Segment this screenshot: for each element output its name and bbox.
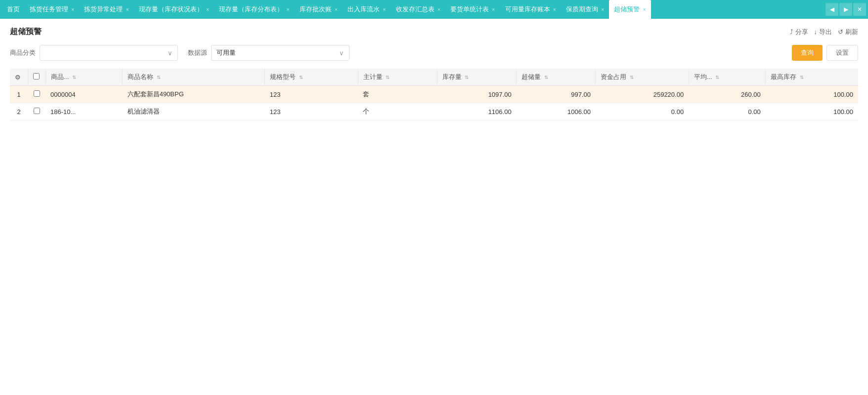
filter-area: 商品分类 ∨ 数据源 可用量 ∨ 查询 设置 <box>10 45 858 61</box>
sort-overstock-icon: ⇅ <box>544 75 548 80</box>
filter-actions: 查询 设置 <box>792 45 858 61</box>
row-checkbox[interactable] <box>34 90 40 97</box>
main-content: 超储预警 ⤴ 分享 ↓ 导出 ↺ 刷新 商品分类 ∨ 数据源 <box>0 19 868 395</box>
datasource-label: 数据源 <box>188 48 207 57</box>
export-button[interactable]: ↓ 导出 <box>814 28 832 37</box>
header-actions: ⤴ 分享 ↓ 导出 ↺ 刷新 <box>790 28 859 37</box>
refresh-button[interactable]: ↺ 刷新 <box>838 28 858 37</box>
th-code[interactable]: 商品... ⇅ <box>45 69 123 86</box>
data-table: ⚙ 商品... ⇅ 商品名称 ⇅ 规格型号 ⇅ 主计量 <box>10 69 858 120</box>
cell-spec: 123 <box>265 86 358 103</box>
page-header: 超储预警 ⤴ 分享 ↓ 导出 ↺ 刷新 <box>10 27 858 37</box>
category-select[interactable]: ∨ <box>40 45 178 61</box>
nav-home[interactable]: 首页 <box>2 0 25 19</box>
sort-spec-icon: ⇅ <box>299 75 303 80</box>
nav-close-available-book[interactable]: × <box>553 6 556 12</box>
table-body: 1 0000004 六配套新昌490BPG 123 套 1097.00 997.… <box>10 86 858 120</box>
table-header: ⚙ 商品... ⇅ 商品名称 ⇅ 规格型号 ⇅ 主计量 <box>10 69 858 86</box>
datasource-value: 可用量 <box>217 48 236 57</box>
share-button[interactable]: ⤴ 分享 <box>790 28 808 37</box>
nav-prev-arrow[interactable]: ◀ <box>825 3 838 16</box>
cell-overstock: 1006.00 <box>517 103 596 120</box>
nav-close-inout-flow[interactable]: × <box>383 6 386 12</box>
nav-receive-summary[interactable]: 收发存汇总表 × <box>391 0 445 19</box>
th-checkbox <box>28 69 45 86</box>
nav-available-book[interactable]: 可用量库存账本 × <box>500 0 561 19</box>
nav-close-overstock-warning[interactable]: × <box>643 6 646 12</box>
select-all-checkbox[interactable] <box>33 73 40 79</box>
sort-avg-icon: ⇅ <box>715 75 719 80</box>
cell-checkbox[interactable] <box>28 103 45 120</box>
cell-capital: 259220.00 <box>596 86 689 103</box>
th-settings[interactable]: ⚙ <box>10 69 28 86</box>
th-capital[interactable]: 资金占用 ⇅ <box>596 69 689 86</box>
cell-num: 1 <box>10 86 28 103</box>
category-chevron-icon: ∨ <box>168 49 173 57</box>
cell-spec: 123 <box>265 103 358 120</box>
nav-close-receive-summary[interactable]: × <box>437 6 440 12</box>
nav-arrow-group: ◀ ▶ ✕ <box>825 3 866 16</box>
sort-stock-icon: ⇅ <box>465 75 469 80</box>
datasource-select[interactable]: 可用量 ∨ <box>211 45 349 61</box>
nav-quality-expiry[interactable]: 保质期查询 × <box>561 0 609 19</box>
nav-stock-status[interactable]: 现存量（库存状况表） × <box>134 0 214 19</box>
sort-capital-icon: ⇅ <box>630 75 634 80</box>
th-stock[interactable]: 库存量 ⇅ <box>437 69 516 86</box>
nav-next-arrow[interactable]: ▶ <box>839 3 852 16</box>
cell-checkbox[interactable] <box>28 86 45 103</box>
th-spec[interactable]: 规格型号 ⇅ <box>265 69 358 86</box>
row-checkbox[interactable] <box>34 108 40 114</box>
nav-close-batch-account[interactable]: × <box>335 6 338 12</box>
nav-inout-flow[interactable]: 出入库流水 × <box>343 0 391 19</box>
cell-overstock: 997.00 <box>517 86 596 103</box>
th-avg[interactable]: 平均... ⇅ <box>689 69 766 86</box>
export-icon: ↓ <box>814 28 818 36</box>
nav-close-all[interactable]: ✕ <box>853 3 866 16</box>
nav-close-order-stats[interactable]: × <box>492 6 495 12</box>
category-filter: 商品分类 ∨ <box>10 45 178 61</box>
table-row: 2 186-10... 机油滤清器 123 个 1106.00 1006.00 … <box>10 103 858 120</box>
datasource-chevron-icon: ∨ <box>339 49 344 57</box>
nav-pick-task[interactable]: 拣货任务管理 × <box>25 0 79 19</box>
nav-close-stock-status[interactable]: × <box>206 6 209 12</box>
cell-unit: 套 <box>358 86 437 103</box>
cell-name: 机油滤清器 <box>123 103 265 120</box>
top-navigation: 首页 拣货任务管理 × 拣货异常处理 × 现存量（库存状况表） × 现存量（库存… <box>0 0 868 19</box>
cell-stock: 1106.00 <box>437 103 516 120</box>
page-title: 超储预警 <box>10 27 42 37</box>
cell-avg: 260.00 <box>689 86 766 103</box>
refresh-icon: ↺ <box>838 28 843 36</box>
nav-close-quality-expiry[interactable]: × <box>601 6 604 12</box>
nav-overstock-warning[interactable]: 超储预警 × <box>609 0 651 19</box>
sort-code-icon: ⇅ <box>72 75 76 80</box>
datasource-filter: 数据源 可用量 ∨ <box>188 45 349 61</box>
nav-close-stock-dist[interactable]: × <box>286 6 289 12</box>
nav-close-pick-task[interactable]: × <box>71 6 74 12</box>
nav-batch-account[interactable]: 库存批次账 × <box>295 0 343 19</box>
sort-unit-icon: ⇅ <box>386 75 390 80</box>
th-name[interactable]: 商品名称 ⇅ <box>123 69 265 86</box>
cell-num: 2 <box>10 103 28 120</box>
table-row: 1 0000004 六配套新昌490BPG 123 套 1097.00 997.… <box>10 86 858 103</box>
cell-name: 六配套新昌490BPG <box>123 86 265 103</box>
cell-avg: 0.00 <box>689 103 766 120</box>
cell-unit: 个 <box>358 103 437 120</box>
th-unit[interactable]: 主计量 ⇅ <box>358 69 437 86</box>
settings-icon[interactable]: ⚙ <box>15 74 21 81</box>
sort-maxstock-icon: ⇅ <box>800 75 804 80</box>
th-overstock[interactable]: 超储量 ⇅ <box>517 69 596 86</box>
sort-name-icon: ⇅ <box>157 75 161 80</box>
cell-code: 0000004 <box>45 86 123 103</box>
nav-close-pick-exception[interactable]: × <box>126 6 129 12</box>
nav-order-stats[interactable]: 要货单统计表 × <box>445 0 500 19</box>
cell-code: 186-10... <box>45 103 123 120</box>
cell-capital: 0.00 <box>596 103 689 120</box>
cell-maxstock: 100.00 <box>766 103 858 120</box>
settings-button[interactable]: 设置 <box>826 45 858 61</box>
nav-pick-exception[interactable]: 拣货异常处理 × <box>79 0 133 19</box>
share-icon: ⤴ <box>790 28 793 36</box>
th-maxstock[interactable]: 最高库存 ⇅ <box>766 69 858 86</box>
nav-stock-dist[interactable]: 现存量（库存分布表） × <box>214 0 294 19</box>
query-button[interactable]: 查询 <box>792 45 823 61</box>
category-label: 商品分类 <box>10 48 36 57</box>
